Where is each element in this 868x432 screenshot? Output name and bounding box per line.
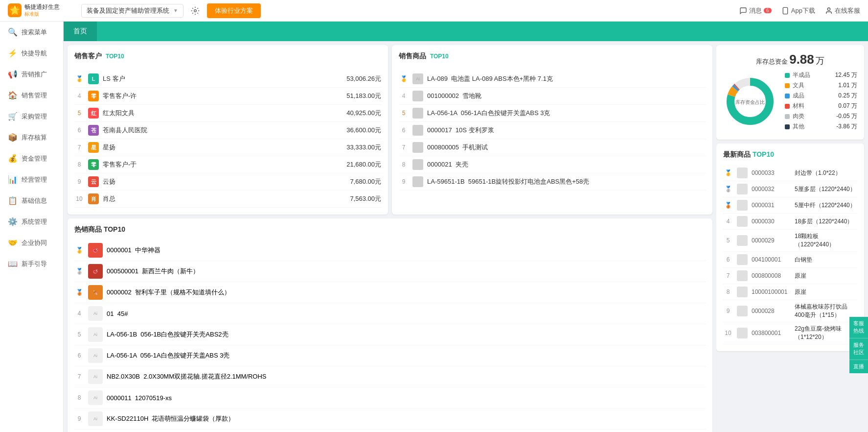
product-name: 封边带（1.0*22） [795, 169, 857, 177]
legend-item-material: 材料 0.07 万 [785, 102, 857, 110]
sidebar-item-guide[interactable]: 📖 新手引导 [0, 253, 63, 274]
customer-service-button[interactable]: 客服热线 [849, 317, 868, 338]
product-name: 5厘多层（1220*2440） [795, 185, 857, 193]
sidebar-item-system[interactable]: ⚙️ 系统管理 [0, 211, 63, 232]
hot-products-title: 热销商品 TOP10 [74, 225, 706, 234]
sidebar-item-management[interactable]: 📊 经营管理 [0, 169, 63, 190]
online-service-button[interactable]: 在线客服 [825, 6, 860, 15]
sidebar-item-basic[interactable]: 📋 基础信息 [0, 190, 63, 211]
sidebar-item-quick[interactable]: ⚡ 快捷导航 [0, 43, 63, 64]
inventory-amount: 9.88 [789, 52, 814, 67]
logo-area: 🌟 畅捷通好生意 标准版 [8, 3, 71, 17]
top-customers-label: TOP10 [106, 53, 124, 60]
settings-button[interactable] [188, 4, 202, 18]
messages-button[interactable]: 消息 6 [739, 6, 772, 15]
product-code: 10000100001 [752, 288, 791, 295]
product-code: 0000032 [752, 186, 791, 192]
sidebar-item-inventory[interactable]: 📦 库存核算 [0, 127, 63, 148]
hot-products-list: 🥇 🥩 0000001 中华神器 🥈 🥩 000500001 新西兰牛肉（新牛）… [74, 240, 706, 430]
inventory-unit: 万 [816, 56, 824, 66]
customer-name: 云扬 [103, 177, 346, 186]
product-info: NB2.0X30B 2.0X30MM双搓花轴.搓花直径2.1MM/ROHS [107, 372, 267, 381]
service-community-button[interactable]: 服务社区 [849, 338, 868, 360]
rank-num: 8 [74, 394, 84, 401]
legend-dot [785, 114, 790, 119]
try-plan-button[interactable]: 体验行业方案 [207, 3, 261, 18]
table-row: 9 LA-59651-1B 59651-1B旋转投影灯电池盒ABS黑色+58壳 [399, 173, 706, 191]
sidebar-item-search[interactable]: 🔍 搜索菜单 [0, 22, 63, 43]
finance-icon: 💰 [8, 154, 18, 163]
messages-badge: 6 [764, 8, 772, 13]
donut-container: 库存资金占比 半成品 12.45 万 文具 1.01 万 [723, 71, 857, 133]
product-info: LA-056-1A 056-1A白色按键开关盖ABS 3克 [427, 109, 706, 118]
sidebar-label-system: 系统管理 [22, 217, 47, 226]
svg-text:库存资金占比: 库存资金占比 [735, 99, 765, 105]
hot-products-card: 热销商品 TOP10 🥇 🥩 0000001 中华神器 🥈 🥩 00050000… [68, 218, 712, 432]
sidebar-label-cooperation: 企业协同 [22, 239, 47, 247]
nav-bar: 首页 [64, 22, 868, 41]
list-item: 4 0000030 18多层（1220*2440） [723, 214, 857, 230]
list-item: 🥇 0000033 封边带（1.0*22） [723, 165, 857, 181]
legend-item-stationery: 文具 1.01 万 [785, 81, 857, 90]
top-products-sale-title: 销售商品 TOP10 [399, 52, 449, 61]
legend-label: 其他 [793, 122, 833, 131]
messages-label: 消息 [749, 6, 762, 15]
rank-medal: 🥈 [723, 186, 733, 192]
product-code: 003800001 [752, 330, 791, 336]
product-info: LA-089 电池盖 LA-089 ABS本色+黑种 7.1克 [427, 74, 706, 83]
product-code: 0000028 [752, 308, 791, 314]
rank-num: 8 [723, 288, 733, 295]
top-customers-title: 销售客户 TOP10 [74, 52, 124, 61]
sidebar-item-sales[interactable]: 🏠 销售管理 [0, 85, 63, 106]
customer-amount: 51,183.00元 [346, 92, 381, 100]
rank-num: 7 [723, 272, 733, 279]
rank-num-8: 10 [74, 195, 84, 202]
product-code: 004100001 [752, 256, 791, 263]
product-image [412, 108, 423, 119]
sidebar-item-finance[interactable]: 💰 资金管理 [0, 148, 63, 169]
marketing-icon: 📢 [8, 70, 18, 79]
product-info: 01 45# [107, 310, 128, 317]
sidebar-item-cooperation[interactable]: 🤝 企业协同 [0, 232, 63, 253]
rank-num-4: 6 [399, 127, 409, 134]
new-products-list: 🥇 0000033 封边带（1.0*22） 🥈 0000032 5厘多层（122… [723, 165, 857, 344]
rank-num-7: 9 [74, 178, 84, 185]
product-image [737, 184, 748, 194]
rank-medal: 🥇 [723, 169, 733, 176]
legend-dot [785, 94, 790, 98]
top-products-label: TOP10 [430, 53, 449, 60]
table-row: 10 肖 肖总 7,563.00元 [74, 191, 381, 208]
avatar: 零 [88, 159, 99, 170]
logo-text: 畅捷通好生意 [24, 3, 60, 10]
product-image [412, 142, 423, 153]
list-item: 8 10000100001 原崖 [723, 284, 857, 300]
customer-name: LS 客户 [103, 74, 343, 83]
legend-value: 1.01 万 [838, 81, 857, 90]
rank-medal: 🥉 [723, 202, 733, 209]
sales-icon: 🏠 [8, 91, 18, 100]
list-item: 🥈 🥩 000500001 新西兰牛肉（新牛） [74, 261, 706, 282]
rank-num-5: 7 [399, 144, 409, 151]
product-name: 18多层（1220*2440） [795, 217, 857, 226]
main-content: 销售客户 TOP10 🥇 L LS 客户 53,006.26元 4 零 零售客户… [64, 41, 868, 432]
legend-value: 0.07 万 [838, 102, 857, 110]
product-image [412, 176, 423, 187]
live-stream-button[interactable]: 直播 [849, 360, 868, 373]
legend-dot [785, 83, 790, 88]
rank-num-2: 4 [74, 93, 84, 99]
rank-num-7: 9 [399, 178, 409, 185]
list-item: 7 Ai NB2.0X30B 2.0X30MM双搓花轴.搓花直径2.1MM/RO… [74, 366, 706, 387]
product-info: 0000011 12070519-xs [107, 394, 172, 402]
rank-num: 5 [74, 331, 84, 338]
sidebar-item-purchase[interactable]: 🛒 采购管理 [0, 106, 63, 127]
app-download-button[interactable]: App下载 [781, 6, 815, 15]
product-code: 0000031 [752, 202, 791, 209]
system-selector[interactable]: 装备及固定资产辅助管理系统 ▼ [81, 4, 183, 18]
rank-num-3: 5 [74, 110, 84, 117]
nav-tab-home[interactable]: 首页 [64, 22, 97, 41]
right-panel: 库存总资金 9.88 万 [716, 41, 868, 432]
product-image [737, 287, 748, 297]
rank-num: 6 [74, 352, 84, 359]
sidebar-item-marketing[interactable]: 📢 营销推广 [0, 64, 63, 85]
legend-item-semifinished: 半成品 12.45 万 [785, 71, 857, 79]
